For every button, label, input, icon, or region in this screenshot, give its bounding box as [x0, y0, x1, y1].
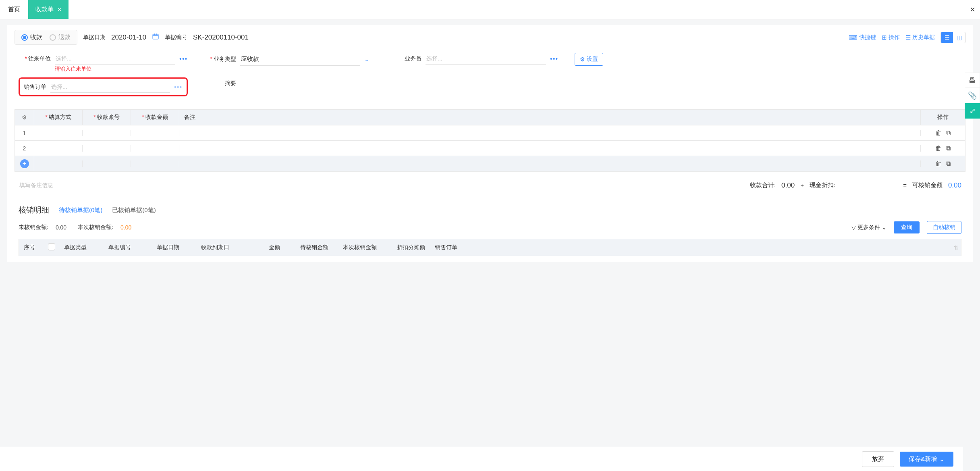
biz-label: *业务类型	[204, 56, 236, 63]
settings-label: 设置	[587, 56, 598, 63]
row-index: 2	[15, 142, 34, 155]
svg-rect-0	[153, 34, 158, 39]
vcol-no: 单据编号	[104, 240, 152, 255]
chevron-down-icon[interactable]: ⌄	[364, 56, 369, 63]
view-detail[interactable]: ◫	[953, 32, 965, 43]
no-label: 单据编号	[165, 34, 187, 41]
unverified-value: 0.00	[56, 224, 66, 231]
view-toggle: ☰ ◫	[941, 32, 965, 43]
row-index: 1	[15, 127, 34, 140]
radio-refund[interactable]: 退款	[50, 33, 71, 41]
filter-icon: ▽	[851, 224, 856, 231]
attachment-icon[interactable]: 📎	[965, 88, 980, 103]
cell-method[interactable]	[34, 130, 83, 136]
tab-home[interactable]: 首页	[0, 0, 28, 19]
keyboard-icon: ⌨	[849, 34, 858, 41]
clerk-more-icon[interactable]: •••	[550, 56, 559, 62]
cash-discount-input[interactable]	[841, 180, 897, 191]
auto-verify-button[interactable]: 自动核销	[927, 221, 961, 234]
sales-more-icon[interactable]: •••	[174, 84, 183, 90]
operate-label: 操作	[889, 34, 900, 41]
grid-row: 2 🗑 ⧉	[15, 141, 965, 156]
more-label: 更多条件	[858, 224, 880, 231]
tab-receipt[interactable]: 收款单 ×	[28, 0, 69, 19]
add-row-icon[interactable]: +	[20, 159, 29, 168]
this-verify-value: 0.00	[120, 224, 131, 231]
vcol-discount: 折扣分摊额	[382, 240, 430, 255]
close-panel-icon[interactable]: ×	[970, 4, 975, 15]
delete-icon[interactable]: 🗑	[935, 129, 942, 136]
query-button[interactable]: 查询	[894, 221, 920, 233]
tab-pending[interactable]: 待核销单据(0笔)	[59, 206, 102, 214]
radio-unchecked-icon	[50, 34, 56, 41]
unit-error: 请输入往来单位	[55, 65, 188, 73]
tab-receipt-label: 收款单	[35, 6, 54, 13]
expand-icon[interactable]: ⤢	[965, 103, 980, 119]
operate-link[interactable]: ⊞ 操作	[882, 34, 900, 41]
copy-icon[interactable]: ⧉	[946, 160, 951, 167]
print-icon[interactable]: 🖶	[965, 73, 980, 88]
col-amount: *收款金额	[131, 110, 179, 125]
cell-method[interactable]	[34, 160, 83, 167]
col-remark: 备注	[179, 110, 921, 125]
side-toolbar: 🖶 📎 ⤢	[965, 73, 980, 119]
sort-icon[interactable]: ⇅	[949, 240, 961, 255]
sales-label: 销售订单	[24, 83, 46, 91]
unit-more-icon[interactable]: •••	[179, 56, 188, 62]
remark-input[interactable]	[19, 179, 188, 191]
summary-label: 摘要	[204, 80, 236, 87]
vcol-this: 本次核销金额	[333, 240, 382, 255]
copy-icon[interactable]: ⧉	[946, 145, 951, 152]
copy-icon[interactable]: ⧉	[946, 129, 951, 136]
type-radio-group: 收款 退款	[15, 30, 77, 45]
history-label: 历史单据	[912, 34, 935, 41]
unit-select[interactable]	[55, 53, 175, 65]
cell-account[interactable]	[83, 160, 131, 167]
clerk-select[interactable]	[426, 53, 546, 65]
cell-account[interactable]	[83, 130, 131, 136]
col-method: *结算方式	[34, 110, 83, 125]
vcol-amt: 金额	[249, 240, 285, 255]
radio-refund-label: 退款	[58, 33, 71, 41]
unverified-label: 未核销金额:	[19, 224, 48, 231]
payment-grid: ⚙ *结算方式 *收款账号 *收款金额 备注 操作 1 🗑 ⧉ 2 🗑	[15, 109, 965, 172]
biz-select[interactable]: 应收款	[240, 53, 360, 66]
close-icon[interactable]: ×	[58, 6, 61, 13]
summary-input[interactable]	[240, 77, 373, 89]
cell-amount[interactable]	[131, 130, 179, 136]
sales-select[interactable]	[50, 81, 170, 93]
history-link[interactable]: ☰ 历史单据	[905, 34, 935, 41]
verify-title: 核销明细	[19, 205, 49, 215]
tab-done[interactable]: 已核销单据(0笔)	[112, 206, 156, 214]
vcol-checkbox[interactable]	[43, 239, 59, 256]
cell-amount[interactable]	[131, 145, 179, 152]
this-verify-label: 本次核销金额:	[78, 224, 113, 231]
shortcut-link[interactable]: ⌨ 快捷键	[849, 34, 876, 41]
view-compact[interactable]: ☰	[941, 32, 953, 43]
cell-remark[interactable]	[179, 160, 921, 167]
grid-row: 1 🗑 ⧉	[15, 125, 965, 141]
vcol-type: 单据类型	[59, 240, 104, 255]
cell-remark[interactable]	[179, 130, 921, 136]
grid-gear-icon[interactable]: ⚙	[15, 110, 34, 125]
col-account: *收款账号	[83, 110, 131, 125]
cell-remark[interactable]	[179, 145, 921, 152]
verify-table: 序号 单据类型 单据编号 单据日期 收款到期日 金额 待核销金额 本次核销金额 …	[19, 239, 961, 256]
cell-account[interactable]	[83, 145, 131, 152]
radio-checked-icon	[21, 34, 28, 41]
delete-icon[interactable]: 🗑	[935, 160, 942, 167]
cell-amount[interactable]	[131, 160, 179, 167]
gear-icon: ⚙	[580, 56, 585, 63]
grid-add-row: + 🗑 ⧉	[15, 156, 965, 172]
cell-method[interactable]	[34, 145, 83, 152]
checkbox-icon[interactable]	[48, 243, 55, 250]
more-conditions[interactable]: ▽ 更多条件 ⌄	[851, 224, 887, 231]
clerk-label: 业务员	[389, 55, 421, 63]
date-value[interactable]: 2020-01-10	[111, 33, 146, 42]
vcol-pending: 待核销金额	[285, 240, 333, 255]
delete-icon[interactable]: 🗑	[935, 145, 942, 152]
settings-button[interactable]: ⚙ 设置	[575, 53, 603, 66]
radio-receive[interactable]: 收款	[21, 33, 42, 41]
shortcut-label: 快捷键	[859, 34, 876, 41]
calendar-icon[interactable]	[152, 33, 159, 42]
